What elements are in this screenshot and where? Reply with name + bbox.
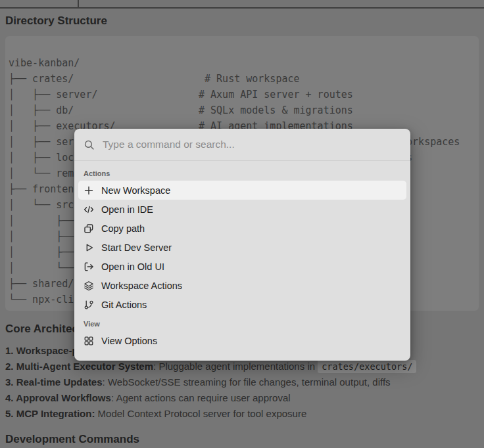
menu-item-label: Copy path [101,223,145,234]
command-palette-dialog: Actions New Workspace Open in IDE Copy p… [74,129,410,361]
code-icon [84,204,94,215]
inline-code-chip: crates/executors/ [318,360,416,373]
plus-icon [84,185,94,196]
command-list: Actions New Workspace Open in IDE Copy p… [74,161,410,355]
menu-item-label: View Options [101,336,157,346]
menu-item-open-in-ide[interactable]: Open in IDE [78,200,406,219]
menu-item-new-workspace[interactable]: New Workspace [78,181,406,200]
list-item: 3. Real-time Updates: WebSocket/SSE stre… [5,374,481,390]
menu-item-view-options[interactable]: View Options [78,331,406,350]
git-branch-icon [84,300,94,310]
play-icon [84,242,94,253]
group-label-actions: Actions [78,164,406,181]
group-label-view: View [78,314,406,331]
menu-item-workspace-actions[interactable]: Workspace Actions [78,276,406,295]
section-heading-development-commands: Development Commands [5,433,139,446]
menu-item-copy-path[interactable]: Copy path [78,219,406,238]
list-item: 4. Approval Workflows: Agent actions can… [5,390,481,406]
top-tab-bar[interactable] [0,0,484,9]
open-external-icon [84,261,94,272]
list-item: 5. MCP Integration: Model Context Protoc… [5,406,481,422]
menu-item-git-actions[interactable]: Git Actions [78,295,406,314]
menu-item-label: Open in Old UI [101,261,164,272]
page-title-directory-structure: Directory Structure [5,14,107,28]
menu-item-label: New Workspace [101,185,170,196]
menu-item-label: Workspace Actions [101,280,182,291]
menu-item-start-dev-server[interactable]: Start Dev Server [78,238,406,257]
menu-item-label: Git Actions [101,300,147,310]
menu-item-label: Open in IDE [101,204,153,215]
menu-item-label: Start Dev Server [101,242,172,253]
list-item: 2. Multi-Agent Executor System: Pluggabl… [5,359,481,374]
layers-icon [84,280,94,291]
search-icon [84,139,95,150]
tab-divider [78,0,79,7]
command-search-input[interactable] [101,138,401,151]
command-search-row [74,129,410,161]
grid-icon [84,336,94,346]
menu-item-open-in-old-ui[interactable]: Open in Old UI [78,257,406,276]
copy-icon [84,223,94,234]
